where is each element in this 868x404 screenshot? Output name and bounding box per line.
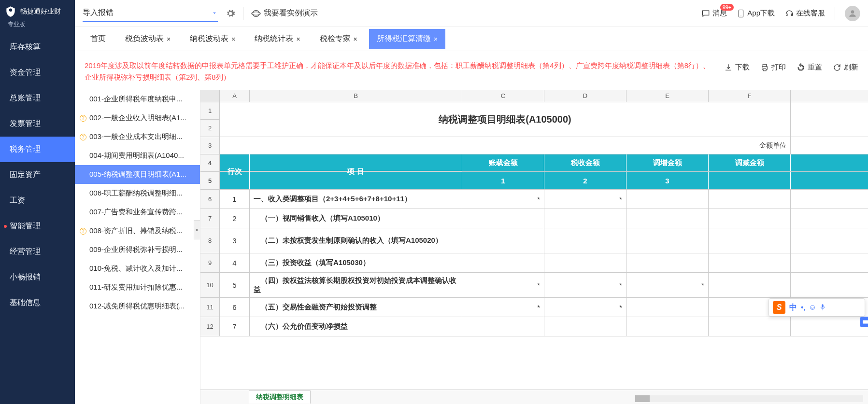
cell-seq[interactable]: 2 bbox=[220, 209, 250, 228]
page-tab[interactable]: 税负波动表× bbox=[117, 29, 178, 49]
tree-item[interactable]: ?002-一般企业收入明细表(A1... bbox=[75, 109, 200, 127]
row-header[interactable]: 8 bbox=[200, 228, 220, 253]
tree-item[interactable]: 010-免税、减计收入及加计... bbox=[75, 259, 200, 278]
sidebar-item[interactable]: 经营管理 bbox=[0, 239, 75, 265]
cell-value[interactable] bbox=[709, 209, 791, 228]
page-tab[interactable]: 所得税汇算清缴× bbox=[369, 29, 445, 49]
cell-item[interactable]: （六）公允价值变动净损益 bbox=[250, 317, 462, 336]
tree-item[interactable]: ?003-一般企业成本支出明细... bbox=[75, 127, 200, 146]
cell-value[interactable] bbox=[709, 317, 791, 336]
row-header[interactable]: 5 bbox=[200, 172, 220, 189]
help-icon[interactable]: ? bbox=[80, 115, 86, 122]
col-header[interactable]: B bbox=[250, 90, 462, 102]
sidebar-item[interactable]: 发票管理 bbox=[0, 111, 75, 137]
sheet-body[interactable]: 1 2 纳税调整项目明细表(A105000) 3 金额单位 4 bbox=[200, 102, 868, 390]
demo-link[interactable]: 我要看实例演示 bbox=[251, 8, 318, 18]
row-header[interactable]: 3 bbox=[200, 137, 220, 154]
horizontal-scrollbar[interactable] bbox=[635, 395, 863, 402]
row-header[interactable]: 9 bbox=[200, 253, 220, 272]
cell-value[interactable] bbox=[544, 253, 626, 272]
cell-value[interactable] bbox=[709, 253, 791, 272]
cell-value[interactable] bbox=[544, 228, 626, 253]
tree-item[interactable]: 011-研发费用加计扣除优惠... bbox=[75, 278, 200, 297]
cell-value[interactable] bbox=[709, 273, 791, 297]
close-icon[interactable]: × bbox=[296, 35, 300, 43]
sidebar-item[interactable]: 库存核算 bbox=[0, 34, 75, 60]
close-icon[interactable]: × bbox=[354, 35, 357, 43]
select-all-corner[interactable] bbox=[200, 90, 220, 102]
row-header[interactable]: 4 bbox=[200, 154, 220, 171]
cell-item[interactable]: （四）按权益法核算长期股权投资对初始投资成本调整确认收益 bbox=[250, 273, 462, 297]
cell-value[interactable]: * bbox=[544, 273, 626, 297]
row-header[interactable]: 10 bbox=[200, 273, 220, 297]
page-tab[interactable]: 纳税统计表× bbox=[247, 29, 308, 49]
cell-value[interactable]: * bbox=[544, 190, 626, 209]
row-header[interactable]: 2 bbox=[200, 120, 220, 137]
tree-item[interactable]: 009-企业所得税弥补亏损明... bbox=[75, 240, 200, 259]
module-dropdown[interactable]: 导入报错 bbox=[83, 5, 218, 22]
tree-item[interactable]: 001-企业所得税年度纳税申... bbox=[75, 90, 200, 109]
gear-icon[interactable] bbox=[226, 9, 235, 18]
cell-value[interactable]: * bbox=[626, 273, 709, 297]
refresh-button[interactable]: 刷新 bbox=[833, 63, 858, 72]
tree-item[interactable]: 006-职工薪酬纳税调整明细... bbox=[75, 184, 200, 203]
avatar[interactable] bbox=[845, 6, 860, 21]
cell-value[interactable] bbox=[626, 209, 709, 228]
ime-keyboard-icon[interactable] bbox=[860, 317, 868, 327]
col-header[interactable]: E bbox=[626, 90, 709, 102]
row-header[interactable]: 1 bbox=[200, 102, 220, 120]
cell-value[interactable]: * bbox=[462, 190, 544, 209]
sidebar-item[interactable]: 资金管理 bbox=[0, 60, 75, 85]
tree-item[interactable]: 007-广告费和业务宣传费跨... bbox=[75, 203, 200, 222]
tree-item[interactable]: 005-纳税调整项目明细表(A1... bbox=[75, 165, 200, 184]
row-header[interactable]: 12 bbox=[200, 317, 220, 336]
online-service-button[interactable]: 在线客服 bbox=[784, 9, 825, 18]
close-icon[interactable]: × bbox=[434, 35, 438, 43]
cell-seq[interactable]: 4 bbox=[220, 253, 250, 272]
tree-item[interactable]: 004-期间费用明细表(A1040... bbox=[75, 146, 200, 165]
cell-value[interactable] bbox=[544, 209, 626, 228]
cell-value[interactable] bbox=[709, 190, 791, 209]
help-icon[interactable]: ? bbox=[80, 134, 86, 140]
cell-value[interactable] bbox=[626, 298, 709, 317]
sidebar-item[interactable]: 总账管理 bbox=[0, 85, 75, 111]
cell-value[interactable] bbox=[626, 317, 709, 336]
row-header[interactable]: 11 bbox=[200, 298, 220, 317]
sidebar-item[interactable]: 小畅报销 bbox=[0, 265, 75, 290]
tree-item[interactable]: 012-减免所得税优惠明细表(... bbox=[75, 297, 200, 316]
col-header[interactable]: A bbox=[220, 90, 250, 102]
sidebar-item[interactable]: 智能管理 bbox=[0, 213, 75, 239]
ime-lang[interactable]: 中 bbox=[789, 303, 797, 313]
cell-item[interactable]: （二）未按权责发生制原则确认的收入（填写A105020） bbox=[250, 228, 462, 253]
ime-toolbar[interactable]: S 中 •, ☺ bbox=[768, 298, 865, 317]
cell-seq[interactable]: 5 bbox=[220, 273, 250, 297]
ime-emoji-icon[interactable]: ☺ bbox=[809, 303, 816, 312]
sheet-tab[interactable]: 纳税调整明细表 bbox=[249, 390, 311, 404]
app-download-button[interactable]: App下载 bbox=[737, 9, 775, 18]
cell-seq[interactable]: 6 bbox=[220, 298, 250, 317]
cell-value[interactable] bbox=[709, 228, 791, 253]
cell-value[interactable] bbox=[626, 190, 709, 209]
close-icon[interactable]: × bbox=[231, 35, 235, 43]
cell-value[interactable] bbox=[462, 317, 544, 336]
row-header[interactable]: 6 bbox=[200, 190, 220, 209]
row-header[interactable]: 7 bbox=[200, 209, 220, 228]
reset-button[interactable]: 重置 bbox=[797, 63, 822, 72]
tree-item[interactable]: ?008-资产折旧、摊销及纳税... bbox=[75, 222, 200, 240]
page-tab[interactable]: 税检专家× bbox=[312, 29, 365, 49]
cell-value[interactable] bbox=[544, 317, 626, 336]
cell-value[interactable] bbox=[462, 253, 544, 272]
cell-value[interactable]: * bbox=[462, 273, 544, 297]
close-icon[interactable]: × bbox=[167, 35, 171, 43]
cell-value[interactable] bbox=[626, 253, 709, 272]
help-icon[interactable]: ? bbox=[80, 228, 86, 235]
cell-item[interactable]: （五）交易性金融资产初始投资调整 bbox=[250, 298, 462, 317]
ime-voice-icon[interactable] bbox=[819, 303, 826, 312]
page-tab[interactable]: 首页 bbox=[83, 29, 114, 49]
ime-punct-icon[interactable]: •, bbox=[801, 303, 806, 312]
messages-button[interactable]: 消息 99+ bbox=[701, 9, 727, 18]
sidebar-item[interactable]: 工资 bbox=[0, 188, 75, 213]
cell-seq[interactable]: 3 bbox=[220, 228, 250, 253]
download-button[interactable]: 下载 bbox=[724, 63, 750, 72]
sidebar-item[interactable]: 固定资产 bbox=[0, 162, 75, 188]
